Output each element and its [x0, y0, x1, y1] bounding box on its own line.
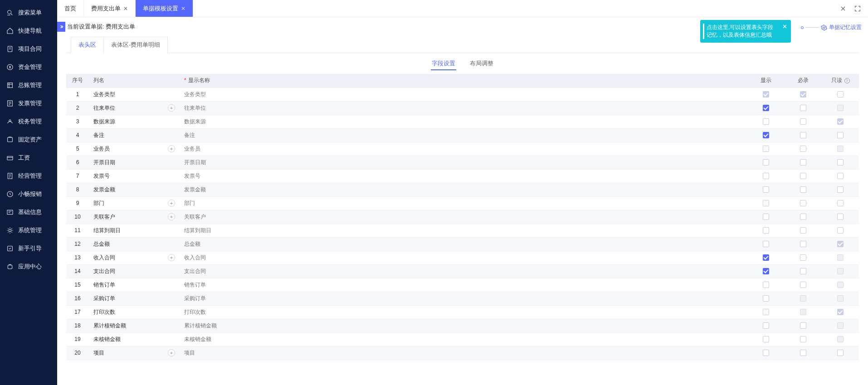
cell-display[interactable]: 销售订单 [180, 278, 747, 292]
close-icon[interactable]: ✕ [123, 5, 128, 12]
cell-display[interactable]: 收入合同 [180, 251, 747, 264]
checkbox-readonly[interactable] [837, 173, 844, 179]
sidebar-item-12[interactable]: 系统管理 [0, 221, 57, 239]
cell-display[interactable]: 发票号 [180, 169, 747, 183]
checkbox-readonly[interactable] [837, 227, 844, 234]
checkbox-required[interactable] [800, 282, 806, 288]
checkbox-readonly[interactable] [837, 200, 844, 206]
checkbox-required[interactable] [800, 322, 806, 329]
checkbox-readonly[interactable] [837, 159, 844, 166]
sidebar-item-3[interactable]: 资金管理 [0, 58, 57, 76]
area-tab-0[interactable]: 表头区 [71, 37, 104, 53]
sidebar-item-1[interactable]: 快捷导航 [0, 22, 57, 40]
checkbox-show[interactable] [763, 159, 769, 166]
cell-display[interactable]: 业务类型 [180, 88, 747, 101]
add-button[interactable]: + [168, 213, 175, 220]
checkbox-required[interactable] [800, 159, 806, 166]
cell-display[interactable]: 部门 [180, 196, 747, 210]
checkbox-show[interactable] [763, 105, 769, 111]
cell-display[interactable]: 结算到期日 [180, 224, 747, 237]
checkbox-required[interactable] [800, 254, 806, 261]
cell-display[interactable]: 总金额 [180, 237, 747, 251]
checkbox-show[interactable] [763, 254, 769, 261]
add-button[interactable]: + [168, 200, 175, 207]
cell-display[interactable]: 发票金额 [180, 183, 747, 196]
cell-display[interactable]: 业务员 [180, 142, 747, 156]
area-tab-1[interactable]: 表体区-费用单明细 [104, 37, 168, 53]
sub-tab-0[interactable]: 字段设置 [431, 58, 456, 70]
checkbox-readonly[interactable] [837, 350, 844, 356]
checkbox-show[interactable] [763, 173, 769, 179]
nav-tab-1[interactable]: 费用支出单✕ [84, 0, 136, 17]
cell-display[interactable]: 项目 [180, 346, 747, 360]
checkbox-show[interactable] [763, 200, 769, 206]
checkbox-show[interactable] [763, 309, 769, 315]
sidebar-item-0[interactable]: 搜索菜单 [0, 4, 57, 22]
cell-display[interactable]: 开票日期 [180, 156, 747, 169]
cell-display[interactable]: 往来单位 [180, 101, 747, 115]
expand-toggle[interactable] [57, 22, 65, 32]
sidebar-item-6[interactable]: 税务管理 [0, 112, 57, 131]
checkbox-required[interactable] [800, 146, 806, 152]
checkbox-required[interactable] [800, 336, 806, 342]
cell-display[interactable]: 累计核销金额 [180, 319, 747, 332]
cell-display[interactable]: 关联客户 [180, 210, 747, 224]
sidebar-item-2[interactable]: 项目合同 [0, 40, 57, 58]
checkbox-required[interactable] [800, 214, 806, 220]
cell-display[interactable]: 打印次数 [180, 305, 747, 319]
checkbox-readonly[interactable] [837, 91, 844, 97]
add-button[interactable]: + [168, 145, 175, 152]
checkbox-readonly[interactable] [837, 186, 844, 193]
checkbox-required[interactable] [800, 132, 806, 138]
sidebar-item-9[interactable]: 经营管理 [0, 167, 57, 185]
checkbox-show[interactable] [763, 241, 769, 247]
sidebar-item-8[interactable]: 工资 [0, 149, 57, 167]
checkbox-show[interactable] [763, 350, 769, 356]
cell-display[interactable]: 备注 [180, 128, 747, 142]
nav-tab-2[interactable]: 单据模板设置✕ [136, 0, 193, 17]
checkbox-show[interactable] [763, 227, 769, 234]
checkbox-required[interactable] [800, 173, 806, 179]
sidebar-item-5[interactable]: 发票管理 [0, 94, 57, 112]
checkbox-show[interactable] [763, 336, 769, 342]
hint-tooltip-close[interactable]: ✕ [782, 23, 787, 31]
checkbox-show[interactable] [763, 322, 769, 329]
checkbox-show[interactable] [763, 295, 769, 302]
cell-display[interactable]: 未核销金额 [180, 332, 747, 346]
checkbox-required[interactable] [800, 186, 806, 193]
sidebar-item-11[interactable]: 基础信息 [0, 203, 57, 221]
checkbox-readonly[interactable] [837, 214, 844, 220]
close-all-tabs-button[interactable] [839, 5, 847, 13]
checkbox-show[interactable] [763, 146, 769, 152]
checkbox-show[interactable] [763, 214, 769, 220]
sidebar-item-7[interactable]: 固定资产 [0, 131, 57, 149]
help-icon[interactable]: ? [844, 78, 850, 83]
checkbox-required[interactable] [800, 118, 806, 125]
checkbox-show[interactable] [763, 118, 769, 125]
cell-display[interactable]: 数据来源 [180, 115, 747, 128]
checkbox-required[interactable] [800, 268, 806, 274]
checkbox-required[interactable] [800, 241, 806, 247]
close-icon[interactable]: ✕ [181, 5, 185, 12]
checkbox-required[interactable] [800, 227, 806, 234]
add-button[interactable]: + [168, 254, 175, 261]
cell-display[interactable]: 采购订单 [180, 292, 747, 305]
memory-settings-link[interactable]: 单据记忆设置 [801, 24, 862, 31]
checkbox-show[interactable] [763, 268, 769, 274]
sidebar-item-4[interactable]: 总账管理 [0, 76, 57, 94]
sub-tab-1[interactable]: 布局调整 [469, 58, 494, 70]
sidebar-item-14[interactable]: 应用中心 [0, 258, 57, 276]
checkbox-show[interactable] [763, 282, 769, 288]
checkbox-required[interactable] [800, 200, 806, 206]
fullscreen-button[interactable] [853, 5, 862, 13]
checkbox-show[interactable] [763, 132, 769, 138]
add-button[interactable]: + [168, 349, 175, 356]
sidebar-item-13[interactable]: 新手引导 [0, 239, 57, 258]
checkbox-readonly[interactable] [837, 132, 844, 138]
checkbox-required[interactable] [800, 105, 806, 111]
add-button[interactable]: + [168, 104, 175, 112]
sidebar-item-10[interactable]: 小畅报销 [0, 185, 57, 203]
checkbox-required[interactable] [800, 350, 806, 356]
cell-display[interactable]: 支出合同 [180, 264, 747, 278]
checkbox-show[interactable] [763, 186, 769, 193]
